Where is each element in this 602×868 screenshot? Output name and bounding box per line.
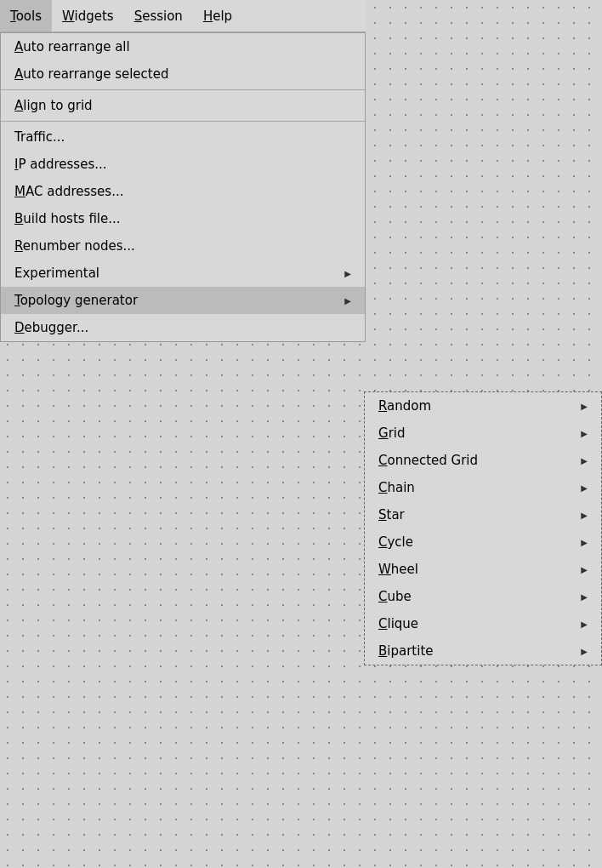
menu-item-auto-rearrange-all[interactable]: Auto rearrange all — [1, 33, 365, 60]
submenu-label-cube: Cube — [378, 589, 412, 604]
menu-item-topology-generator[interactable]: Topology generator ▶ — [1, 287, 365, 314]
experimental-submenu-arrow: ▶ — [344, 269, 351, 278]
wheel-arrow: ▶ — [581, 565, 588, 574]
submenu-item-cycle[interactable]: Cycle ▶ — [365, 528, 601, 556]
menu-item-mac-addresses[interactable]: MAC addresses... — [1, 178, 365, 205]
menu-label-auto-rearrange-selected: Auto rearrange selected — [14, 66, 168, 82]
menubar-help-label: Help — [203, 9, 232, 24]
cube-arrow: ▶ — [581, 592, 588, 602]
separator-2 — [1, 121, 365, 122]
submenu-label-chain: Chain — [378, 480, 415, 495]
menu-item-ip-addresses[interactable]: IP addresses... — [1, 151, 365, 178]
submenu-item-random[interactable]: Random ▶ — [365, 392, 601, 420]
menu-label-topology-generator: Topology generator — [14, 293, 138, 308]
submenu-label-connected-grid: Connected Grid — [378, 453, 478, 468]
submenu-item-clique[interactable]: Clique ▶ — [365, 610, 601, 637]
grid-arrow: ▶ — [581, 429, 588, 438]
menu-label-experimental: Experimental — [14, 266, 99, 281]
menubar-item-session[interactable]: Session — [124, 0, 193, 31]
connected-grid-arrow: ▶ — [581, 456, 588, 465]
menu-label-traffic: Traffic... — [14, 129, 65, 145]
submenu-item-star[interactable]: Star ▶ — [365, 501, 601, 528]
menu-label-align-to-grid: Align to grid — [14, 98, 93, 113]
menubar-widgets-label: Widgets — [62, 9, 114, 24]
menubar-tools-label: Tools — [10, 9, 42, 24]
clique-arrow: ▶ — [581, 620, 588, 629]
menu-item-build-hosts-file[interactable]: Build hosts file... — [1, 205, 365, 232]
menu-item-renumber-nodes[interactable]: Renumber nodes... — [1, 232, 365, 260]
menu-label-debugger: Debugger... — [14, 320, 88, 335]
menu-label-renumber-nodes: Renumber nodes... — [14, 238, 135, 254]
menu-label-mac-addresses: MAC addresses... — [14, 184, 123, 199]
menu-item-auto-rearrange-selected[interactable]: Auto rearrange selected — [1, 60, 365, 88]
submenu-item-chain[interactable]: Chain ▶ — [365, 474, 601, 501]
bipartite-arrow: ▶ — [581, 647, 588, 656]
submenu-item-grid[interactable]: Grid ▶ — [365, 420, 601, 447]
submenu-item-bipartite[interactable]: Bipartite ▶ — [365, 637, 601, 665]
submenu-label-bipartite: Bipartite — [378, 643, 434, 659]
menu-label-auto-rearrange-all: Auto rearrange all — [14, 39, 130, 54]
menubar: Tools Widgets Session Help — [0, 0, 366, 32]
submenu-item-connected-grid[interactable]: Connected Grid ▶ — [365, 447, 601, 474]
menu-item-experimental[interactable]: Experimental ▶ — [1, 260, 365, 287]
submenu-label-wheel: Wheel — [378, 562, 418, 577]
cycle-arrow: ▶ — [581, 538, 588, 547]
submenu-label-cycle: Cycle — [378, 534, 413, 550]
topology-submenu: Random ▶ Grid ▶ Connected Grid ▶ Chain ▶… — [364, 391, 602, 665]
tools-dropdown-menu: Auto rearrange all Auto rearrange select… — [0, 32, 366, 342]
star-arrow: ▶ — [581, 511, 588, 520]
submenu-item-wheel[interactable]: Wheel ▶ — [365, 556, 601, 583]
submenu-label-grid: Grid — [378, 425, 405, 441]
topology-submenu-arrow: ▶ — [344, 296, 351, 306]
menu-label-build-hosts-file: Build hosts file... — [14, 211, 121, 226]
submenu-label-star: Star — [378, 507, 405, 523]
submenu-item-cube[interactable]: Cube ▶ — [365, 583, 601, 610]
menubar-item-help[interactable]: Help — [193, 0, 242, 31]
menu-item-debugger[interactable]: Debugger... — [1, 314, 365, 341]
menubar-item-widgets[interactable]: Widgets — [52, 0, 124, 31]
random-arrow: ▶ — [581, 402, 588, 411]
chain-arrow: ▶ — [581, 483, 588, 493]
separator-1 — [1, 89, 365, 90]
submenu-label-clique: Clique — [378, 616, 418, 631]
menubar-session-label: Session — [134, 9, 183, 24]
menu-item-align-to-grid[interactable]: Align to grid — [1, 92, 365, 119]
submenu-label-random: Random — [378, 398, 431, 414]
menu-label-ip-addresses: IP addresses... — [14, 157, 107, 172]
menu-item-traffic[interactable]: Traffic... — [1, 123, 365, 151]
menubar-item-tools[interactable]: Tools — [0, 0, 52, 31]
